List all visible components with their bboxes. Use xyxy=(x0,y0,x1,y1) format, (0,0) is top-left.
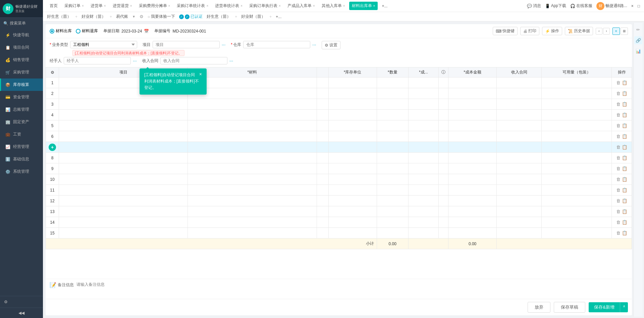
row-project[interactable] xyxy=(59,185,188,196)
row-material[interactable] xyxy=(188,153,317,163)
row-spec[interactable] xyxy=(317,131,328,142)
row-material[interactable] xyxy=(188,185,317,196)
row-project[interactable] xyxy=(59,206,188,217)
sidebar-item-basic[interactable]: ℹ️ 基础信息 xyxy=(0,153,43,165)
row-material[interactable] xyxy=(188,110,317,120)
sidebar-settings[interactable]: ⚙ xyxy=(0,296,43,308)
row-cost[interactable] xyxy=(408,217,438,228)
row-unit[interactable] xyxy=(328,217,377,228)
tab-material-out[interactable]: 材料出库单 × xyxy=(349,2,378,10)
row-spec[interactable] xyxy=(317,99,328,110)
row-project-input[interactable] xyxy=(62,145,185,150)
tab-other-in[interactable]: 其他入库单 × xyxy=(319,2,348,10)
copy-row-btn[interactable]: 📋 xyxy=(622,177,627,182)
row-material[interactable] xyxy=(188,120,317,131)
delete-row-btn[interactable]: 🗑 xyxy=(616,145,621,150)
row-spec[interactable] xyxy=(317,110,328,120)
row-available[interactable] xyxy=(542,206,612,217)
copy-row-btn[interactable]: 📋 xyxy=(622,80,627,85)
row-cost-amount[interactable] xyxy=(448,217,497,228)
project-input[interactable] xyxy=(153,41,220,48)
row-quantity[interactable] xyxy=(377,174,408,185)
right-link-icon[interactable]: 🔗 xyxy=(634,36,642,44)
row-material[interactable] xyxy=(188,77,317,88)
row-unit[interactable] xyxy=(328,206,377,217)
delete-row-btn[interactable]: 🗑 xyxy=(616,177,621,182)
good-finance-label[interactable]: 好业财（苗） xyxy=(82,14,106,19)
row-cost-amount[interactable] xyxy=(448,131,497,142)
delete-row-btn[interactable]: 🗑 xyxy=(616,80,621,85)
row-material[interactable] xyxy=(188,99,317,110)
row-income-contract[interactable] xyxy=(497,153,542,163)
message-btn[interactable]: 💬 消息 xyxy=(527,3,541,9)
row-quantity[interactable] xyxy=(377,99,408,110)
tab-more[interactable]: +... xyxy=(379,2,390,10)
history-btn[interactable]: 📜 历史单据 xyxy=(565,27,593,35)
tab-home[interactable]: 首页 xyxy=(47,2,60,10)
row-quantity[interactable] xyxy=(377,131,408,142)
row-unit[interactable] xyxy=(328,77,377,88)
sidebar-item-project[interactable]: 📋 项目合同 xyxy=(0,41,43,54)
close-icon[interactable]: × xyxy=(343,4,345,8)
tab-purchase-stat[interactable]: 采购订单统计表 × xyxy=(174,2,211,10)
row-material[interactable] xyxy=(188,196,317,206)
tab-purchase-exec[interactable]: 采购订单执行表 × xyxy=(247,2,283,10)
quick-key-btn[interactable]: ⌨ 快捷键 xyxy=(493,27,518,35)
close-icon[interactable]: × xyxy=(240,4,243,8)
delete-row-btn[interactable]: 🗑 xyxy=(616,102,621,107)
row-project[interactable] xyxy=(59,217,188,228)
delete-row-btn[interactable]: 🗑 xyxy=(616,112,621,117)
row-project-active[interactable] xyxy=(59,142,188,153)
copy-row-btn[interactable]: 📋 xyxy=(622,102,627,107)
print-btn[interactable]: 🖨 打印 xyxy=(520,27,539,35)
row-quantity[interactable] xyxy=(377,153,408,163)
business-type-select[interactable]: 工程领料 xyxy=(70,41,137,48)
tab-inbound-return[interactable]: 进货退货 × xyxy=(110,2,135,10)
row-available[interactable] xyxy=(542,217,612,228)
copy-row-btn[interactable]: 📋 xyxy=(622,123,627,128)
row-spec[interactable] xyxy=(317,174,328,185)
row-cost-amount[interactable] xyxy=(448,120,497,131)
app-download-btn[interactable]: 📱 App下载 xyxy=(545,3,566,9)
easy-proxy-label[interactable]: 易代账 xyxy=(116,14,128,19)
row-spec-active[interactable] xyxy=(317,142,328,153)
row-cost[interactable] xyxy=(408,77,438,88)
user-avatar[interactable]: 财 畅捷通8路... xyxy=(596,2,627,10)
close-icon[interactable]: × xyxy=(104,4,106,8)
row-material[interactable] xyxy=(188,174,317,185)
tab-purchase-order[interactable]: 采购订单 × xyxy=(62,2,87,10)
row-available[interactable] xyxy=(542,153,612,163)
row-cost[interactable] xyxy=(408,88,438,99)
copy-row-btn[interactable]: 📋 xyxy=(622,188,627,193)
row-unit[interactable] xyxy=(328,131,377,142)
want-try-label[interactable]: ○ 我要体验一下 xyxy=(148,14,175,19)
next-arrow[interactable]: › xyxy=(603,28,610,35)
row-available[interactable] xyxy=(542,131,612,142)
sidebar-item-ledger[interactable]: 📊 总账管理 xyxy=(0,103,43,116)
row-available[interactable] xyxy=(542,163,612,174)
chevron-down-icon[interactable]: ▼ xyxy=(132,15,136,18)
row-cost[interactable] xyxy=(408,153,438,163)
delete-row-btn[interactable]: 🗑 xyxy=(616,123,621,128)
row-available[interactable] xyxy=(542,110,612,120)
warehouse-dots-icon[interactable]: ··· xyxy=(312,42,316,47)
sidebar-item-purchase[interactable]: 🛒 采购管理 xyxy=(0,66,43,78)
row-cost[interactable] xyxy=(408,110,438,120)
good-biz-label[interactable]: 好生意（苗） xyxy=(47,14,71,19)
row-income-contract[interactable] xyxy=(497,120,542,131)
row-income-contract[interactable] xyxy=(497,228,542,238)
window-close-btn[interactable]: × xyxy=(631,4,634,8)
row-income-contract[interactable] xyxy=(497,99,542,110)
delete-row-btn[interactable]: 🗑 xyxy=(616,220,621,225)
row-income-contract[interactable] xyxy=(497,217,542,228)
row-quantity[interactable] xyxy=(377,206,408,217)
row-cost[interactable] xyxy=(408,196,438,206)
row-cost-amount[interactable] xyxy=(448,153,497,163)
row-income-contract[interactable] xyxy=(497,185,542,196)
row-quantity[interactable] xyxy=(377,185,408,196)
row-unit[interactable] xyxy=(328,228,377,238)
row-available[interactable] xyxy=(542,196,612,206)
row-unit[interactable] xyxy=(328,99,377,110)
sidebar-item-quick[interactable]: ⚡ 快捷导航 xyxy=(0,29,43,41)
row-project[interactable] xyxy=(59,196,188,206)
